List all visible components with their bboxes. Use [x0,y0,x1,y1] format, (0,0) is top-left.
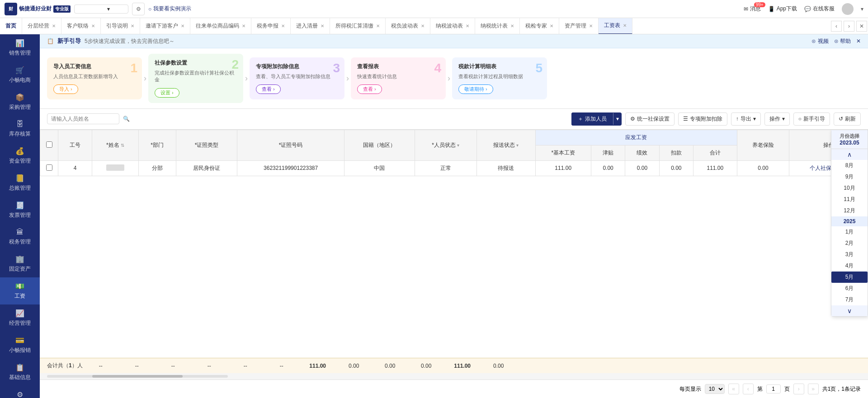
sidebar-item-operations[interactable]: 📈 经营管理 [0,304,40,332]
month-item-12[interactable]: 12月 [831,205,868,216]
refresh-button[interactable]: ↺ 刷新 [834,112,861,126]
page-next-button[interactable]: › [793,384,804,394]
newguide-button[interactable]: ○ 新手引导 [793,112,830,126]
sidebar-item-basic[interactable]: 📋 基础信息 [0,359,40,386]
action-button[interactable]: 操作 ▾ [764,112,790,126]
close-icon[interactable]: ✕ [466,23,469,28]
tab-next-button[interactable]: › [844,21,854,32]
message-button[interactable]: ✉ 消息 99+ [744,5,761,13]
social-settings-button[interactable]: ⚙ 统一社保设置 [625,112,675,126]
gear-button[interactable]: ⚙ [132,3,145,15]
avatar[interactable] [842,3,854,15]
scrollbar-thumb[interactable] [92,375,183,378]
close-icon[interactable]: ✕ [421,23,425,28]
month-item-10[interactable]: 10月 [831,183,868,194]
help-button[interactable]: ⊙ 帮助 [834,37,851,45]
page-last-button[interactable]: » [808,384,819,394]
online-service-button[interactable]: 💬 在线客服 [804,5,835,13]
tab-tax-stat3[interactable]: 纳税统计表 ✕ [475,18,520,34]
step-action-button[interactable]: 查看 › [357,84,382,94]
sidebar-item-marketing[interactable]: 💳 小畅报销 [0,332,40,359]
close-icon[interactable]: ✕ [91,23,95,28]
sidebar-item-fixed-assets[interactable]: 🏢 固定资产 [0,250,40,277]
select-all-checkbox[interactable] [46,141,52,148]
sidebar-item-ledger[interactable]: 📒 总账管理 [0,169,40,197]
month-item-4[interactable]: 4月 [831,260,868,272]
tab-goods-code[interactable]: 往来单位商品编码 ✕ [190,18,251,34]
close-guide-button[interactable]: ✕ [856,38,861,44]
month-item-6[interactable]: 6月 [831,283,868,294]
tab-tax-stat2[interactable]: 纳税波动表 ✕ [430,18,475,34]
page-prev-button[interactable]: ‹ [743,384,754,394]
tab-guide[interactable]: 引导说明 ✕ [101,18,140,34]
step-action-button[interactable]: 查看 › [256,84,281,94]
month-item-2[interactable]: 2月 [831,238,868,249]
scrollbar-track[interactable] [47,375,228,378]
close-icon[interactable]: ✕ [589,23,593,28]
add-employee-dropdown-button[interactable]: ▾ [613,113,622,125]
step-action-button[interactable]: 设置 › [155,88,179,98]
sidebar-item-system[interactable]: ⚙ 系统管理 [0,386,40,398]
sidebar-item-salary[interactable]: 💵 工资 [0,277,40,304]
sidebar-item-invoice[interactable]: 🧾 发票管理 [0,197,40,224]
tab-tax-calc[interactable]: 所得税汇算清缴 ✕ [330,18,386,34]
export-button[interactable]: ↑ 导出 ▾ [731,112,761,126]
video-button[interactable]: ⊙ 视频 [811,37,828,45]
personal-social-button[interactable]: 个人社保 [810,164,831,172]
close-icon[interactable]: ✕ [510,23,514,28]
extra-deduction-button[interactable]: ☰ 专项附加扣除 [678,112,727,126]
tab-home[interactable]: 首页 [0,18,22,34]
month-item-3[interactable]: 3月 [831,249,868,260]
tab-salary[interactable]: 工资表 ✕ [599,18,632,34]
sidebar-item-purchase[interactable]: 📦 采购管理 [0,89,40,116]
page-first-button[interactable]: « [728,384,739,394]
close-icon[interactable]: ✕ [181,23,184,28]
step-action-button[interactable]: 敬请期待 › [458,84,493,94]
month-item-9[interactable]: 9月 [831,171,868,183]
month-nav-down-button[interactable]: ∨ [845,306,854,315]
close-icon[interactable]: ✕ [623,23,627,28]
footer-cell-total: 111.00 [444,363,481,369]
tab-clearance[interactable]: 进入清册 ✕ [291,18,330,34]
close-icon[interactable]: ✕ [376,23,380,28]
tab-close-all-button[interactable]: ✕ [856,21,867,32]
add-employee-button[interactable]: ＋ 添加人员 [571,112,613,126]
month-item-1[interactable]: 1月 [831,226,868,238]
page-total-label: 页 [784,385,790,393]
footer-cell: -- [119,363,155,369]
close-icon[interactable]: ✕ [550,23,553,28]
tab-customer[interactable]: 客户联络 ✕ [61,18,101,34]
demo-button[interactable]: ○ 我要看实例演示 [148,5,191,13]
tab-tax-report[interactable]: 税务申报 ✕ [251,18,291,34]
month-nav-up-button[interactable]: ∧ [845,150,854,159]
close-icon[interactable]: ✕ [242,23,245,28]
page-number-input[interactable] [766,384,781,393]
search-button[interactable]: 🔍 [123,116,130,122]
tab-tax-exempt[interactable]: 税负波动表 ✕ [386,18,430,34]
close-icon[interactable]: ✕ [52,23,56,28]
sidebar-item-inventory[interactable]: 🗄 库存核算 [0,116,40,142]
page-size-select[interactable]: 10 20 50 [705,384,725,394]
tab-prev-button[interactable]: ‹ [831,21,842,32]
sidebar-item-finance[interactable]: 💰 资金管理 [0,142,40,169]
sidebar-item-tax[interactable]: 🏛 税务管理 [0,224,40,250]
tab-partition[interactable]: 分层经营 ✕ [22,18,61,34]
sidebar-item-sales[interactable]: 📊 销售管理 [0,34,40,61]
tab-invite[interactable]: 邀请下游客户 ✕ [140,18,190,34]
row-select-checkbox[interactable] [46,164,52,171]
app-download-button[interactable]: 📱 App下载 [768,5,797,13]
company-selector[interactable]: ▾ [74,5,128,14]
month-item-8[interactable]: 8月 [831,160,868,171]
close-icon[interactable]: ✕ [281,23,285,28]
month-item-7[interactable]: 7月 [831,294,868,305]
sidebar-item-ecommerce[interactable]: 🛒 小畅电商 [0,61,40,89]
search-input[interactable] [47,113,119,124]
month-item-11[interactable]: 11月 [831,194,868,205]
tab-tax-expert[interactable]: 税检专家 ✕ [520,18,559,34]
month-panel-title: 月份选择 [835,133,864,140]
step-action-button[interactable]: 导入 › [53,84,78,94]
close-icon[interactable]: ✕ [131,23,134,28]
month-item-5[interactable]: 5月 [831,272,868,283]
close-icon[interactable]: ✕ [321,23,324,28]
tab-assets[interactable]: 资产管理 ✕ [559,18,599,34]
